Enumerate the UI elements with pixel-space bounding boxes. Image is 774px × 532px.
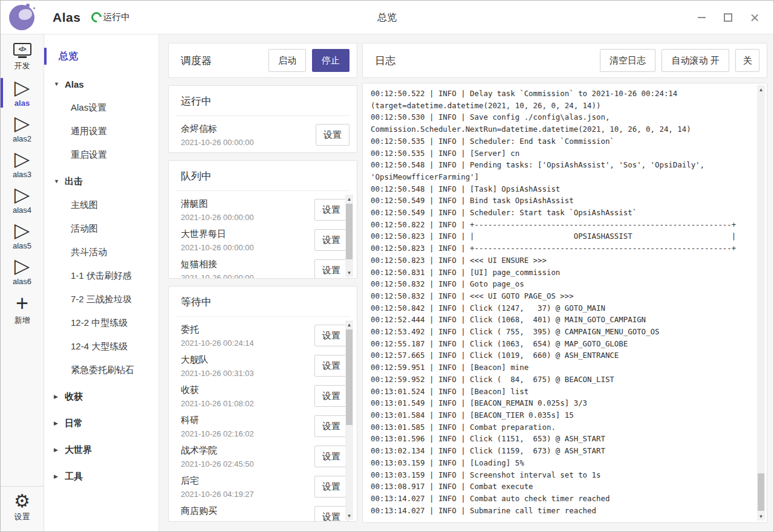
chevron-down-icon: [54, 178, 65, 184]
log-line: 00:12:50.823 | INFO | | OPSIASHASSIST |: [371, 230, 751, 242]
brand: Alas 运行中: [9, 5, 130, 30]
sidebar-item-alas4[interactable]: alas4: [1, 182, 44, 218]
menu-item[interactable]: 共斗活动: [44, 241, 158, 264]
chevron-right-icon: [54, 473, 65, 479]
start-button[interactable]: 启动: [268, 49, 306, 72]
task-next-run-time: 2021-10-26 00:00:00: [181, 243, 314, 252]
menu-item[interactable]: Alas设置: [44, 96, 158, 120]
log-line: 00:13:03.159 | INFO | [Loading] 5%: [371, 457, 751, 469]
menu-item[interactable]: 活动图: [44, 217, 158, 241]
minimize-icon[interactable]: [696, 12, 707, 23]
menu-group-daily[interactable]: 日常: [44, 411, 158, 435]
menu-item[interactable]: 12-4 大型练级: [44, 335, 158, 358]
scroll-down-icon[interactable]: [757, 512, 765, 521]
chevron-right-icon: [54, 394, 65, 400]
log-line: 00:13:03.159 | INFO | Screenshot interva…: [371, 469, 751, 481]
running-title: 运行中: [169, 94, 357, 108]
task-menu: 总览 Alas Alas设置 通用设置 重启设置 出击: [44, 34, 159, 531]
scrollbar-thumb[interactable]: [346, 204, 353, 259]
sidebar-item-alas[interactable]: alas: [1, 75, 44, 111]
menu-item[interactable]: 通用设置: [44, 120, 158, 143]
task-row: 短猫相接 2021-10-26 00:00:00 设置: [181, 255, 357, 278]
scheduler-title: 调度器: [181, 54, 212, 68]
task-settings-button[interactable]: 设置: [314, 259, 348, 278]
log-line: 00:12:59.952 | INFO | Click ( 84, 675) @…: [371, 374, 751, 386]
menu-item[interactable]: 12-2 中型练级: [44, 311, 158, 335]
running-task-list: 余烬信标 2021-10-26 00:00:00 设置: [169, 116, 357, 150]
add-instance-button[interactable]: 新增: [1, 293, 44, 328]
task-row: 收获 2021-10-26 01:08:02 设置: [181, 381, 357, 411]
sidebar-item-alas3[interactable]: alas3: [1, 146, 44, 182]
scrollbar-thumb[interactable]: [758, 473, 764, 511]
log-line: 00:13:01.585 | INFO | Combat preparation…: [371, 421, 751, 433]
log-column: 日志 清空日志 自动滚动 开 关 00:12:50.522 | INFO | D…: [362, 43, 767, 531]
task-settings-button[interactable]: 设置: [314, 446, 348, 467]
task-next-run-time: 2021-10-26 04:19:27: [181, 520, 314, 522]
scroll-up-icon[interactable]: [757, 85, 765, 94]
autoscroll-on-button[interactable]: 自动滚动 开: [662, 49, 729, 72]
play-icon: [15, 150, 30, 168]
task-settings-button[interactable]: 设置: [314, 355, 348, 377]
task-next-run-time: 2021-10-26 01:08:02: [181, 399, 314, 408]
scroll-up-icon[interactable]: [345, 320, 353, 329]
scrollbar[interactable]: [345, 195, 353, 277]
log-line: 'OpsiMeowfficerFarming']: [371, 171, 751, 183]
task-settings-button[interactable]: 设置: [314, 415, 348, 437]
scrollbar[interactable]: [757, 85, 765, 521]
task-settings-button[interactable]: 设置: [314, 385, 348, 407]
sidebar-item-alas5[interactable]: alas5: [1, 218, 44, 253]
divider: [176, 316, 350, 317]
page-title: 总览: [377, 11, 397, 24]
stop-button[interactable]: 停止: [312, 49, 350, 72]
sidebar-item-dev[interactable]: 开发: [1, 39, 44, 75]
task-settings-button[interactable]: 设置: [314, 506, 348, 521]
scroll-down-icon[interactable]: [345, 511, 353, 520]
task-row: 潜艇图 2021-10-26 00:00:00 设置: [181, 195, 357, 225]
task-name: 战术学院: [181, 445, 314, 456]
scroll-down-icon[interactable]: [345, 268, 353, 277]
log-line: 00:12:50.832 | INFO | <<< UI GOTO PAGE_O…: [371, 290, 751, 302]
task-settings-button[interactable]: 设置: [314, 476, 348, 498]
scrollbar[interactable]: [345, 320, 353, 520]
menu-item[interactable]: 7-2 三战捡垃圾: [44, 288, 158, 311]
autoscroll-off-button[interactable]: 关: [735, 49, 759, 72]
close-icon[interactable]: [749, 12, 760, 23]
log-line: Commission.Scheduler.NextRun=datetime.da…: [371, 123, 751, 135]
menu-group-reward[interactable]: 收获: [44, 384, 158, 409]
task-next-run-time: 2021-10-26 00:00:00: [181, 138, 316, 147]
log-line: 00:12:50.535 | INFO | [Server] cn: [371, 148, 751, 160]
task-settings-button[interactable]: 设置: [314, 229, 348, 251]
task-row: 大世界每日 2021-10-26 00:00:00 设置: [181, 225, 357, 255]
alas-logo-icon: [9, 5, 34, 30]
sidebar-item-alas2[interactable]: alas2: [1, 111, 44, 146]
menu-item[interactable]: 1-1 伏击刷好感: [44, 264, 158, 288]
menu-group-sortie-children: 主线图 活动图 共斗活动 1-1 伏击刷好感 7-2 三战捡垃圾 12-2 中型…: [44, 193, 158, 382]
log-line: 00:12:50.823 | INFO | +-----------------…: [371, 242, 751, 255]
menu-group-tool[interactable]: 工具: [44, 464, 158, 488]
menu-item[interactable]: 紧急委托刷钻石: [44, 358, 158, 382]
menu-group-sortie[interactable]: 出击: [44, 169, 158, 193]
instance-sidebar: 开发 alas alas2 alas3 alas4: [1, 34, 44, 531]
menu-item[interactable]: 主线图: [44, 193, 158, 217]
sidebar-item-alas6[interactable]: alas6: [1, 253, 44, 289]
task-name: 短猫相接: [181, 259, 314, 270]
clear-log-button[interactable]: 清空日志: [600, 49, 655, 72]
pending-title: 队列中: [169, 169, 357, 183]
play-icon: [15, 257, 30, 275]
menu-item-overview[interactable]: 总览: [44, 47, 158, 66]
task-settings-button[interactable]: 设置: [314, 325, 348, 346]
scroll-up-icon[interactable]: [345, 195, 353, 203]
menu-group-opsi[interactable]: 大世界: [44, 438, 158, 462]
menu-item[interactable]: 重启设置: [44, 143, 158, 167]
waiting-panel: 等待中 委托 2021-10-26 00:24:14: [168, 286, 357, 522]
scrollbar-thumb[interactable]: [346, 329, 353, 425]
task-row: 战术学院 2021-10-26 02:45:50 设置: [181, 441, 357, 472]
log-line: 00:13:02.134 | INFO | Click (1159, 673) …: [371, 445, 751, 457]
waiting-scroll-area: 委托 2021-10-26 00:24:14 设置 大舰队 2021-: [169, 319, 357, 521]
menu-group-alas[interactable]: Alas: [44, 72, 158, 96]
sidebar-item-settings[interactable]: 设置: [1, 490, 44, 525]
maximize-icon[interactable]: [723, 12, 733, 23]
task-settings-button[interactable]: 设置: [314, 199, 348, 221]
task-settings-button[interactable]: 设置: [316, 124, 350, 146]
task-next-run-time: 2021-10-26 00:00:00: [181, 273, 314, 279]
